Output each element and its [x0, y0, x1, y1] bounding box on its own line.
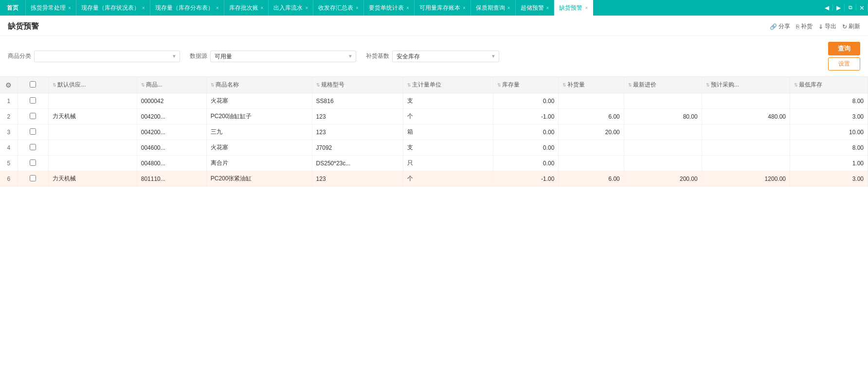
table-row[interactable]: 2力天机械004200...PC200油缸缸子123个-1.006.0080.0… [0, 109, 868, 124]
cell-name: PC200油缸缸子 [206, 109, 312, 124]
tab-restore-button[interactable]: ⧉ [845, 4, 856, 11]
row-checkbox[interactable] [30, 113, 36, 119]
table-row[interactable]: 3004200...三九123箱0.0020.0010.00 [0, 124, 868, 140]
tab-prev-button[interactable]: ◀ [821, 4, 833, 11]
main-area: 缺货预警 🔗 分享 ⎘ 补货 ⇓ 导出 ↻ 刷新 商品分类 [0, 16, 868, 387]
tab-close-exception[interactable]: × [68, 5, 71, 11]
table-row[interactable]: 6力天机械801110...PC200张紧油缸123个-1.006.00200.… [0, 171, 868, 187]
row-num: 6 [0, 171, 18, 187]
tab-batch-account[interactable]: 库存批次账× [224, 0, 269, 16]
tab-close-overstock[interactable]: × [546, 5, 549, 11]
replenish-base-select[interactable]: 安全库存 [392, 51, 499, 62]
table-row[interactable]: 10000042火花塞SS816支0.008.00 [0, 93, 868, 109]
tab-exception[interactable]: 拣货异常处理× [26, 0, 76, 16]
sort-icon-min_stock: ⇅ [794, 83, 798, 88]
th-unit[interactable]: ⇅主计量单位 [403, 77, 493, 93]
cell-code: 801110... [137, 171, 206, 187]
th-replenish[interactable]: ⇅补货量 [559, 77, 624, 93]
tab-close-collect-summary[interactable]: × [356, 5, 359, 11]
tab-close-inventory-dist[interactable]: × [216, 5, 219, 11]
row-checkbox-cell[interactable] [18, 124, 49, 140]
cell-stock: 0.00 [493, 124, 559, 140]
tab-close-batch-account[interactable]: × [261, 5, 264, 11]
row-checkbox[interactable] [30, 128, 36, 135]
row-checkbox[interactable] [30, 159, 36, 166]
settings-button[interactable]: 设置 [828, 57, 860, 70]
row-checkbox-cell[interactable] [18, 93, 49, 109]
refresh-action[interactable]: ↻ 刷新 [842, 22, 860, 31]
table-body: 10000042火花塞SS816支0.008.002力天机械004200...P… [0, 93, 868, 187]
row-checkbox[interactable] [30, 175, 36, 181]
tab-close-available-ledger[interactable]: × [463, 5, 466, 11]
datasource-label: 数据源 [190, 52, 207, 60]
th-latest_price[interactable]: ⇅最新进价 [624, 77, 702, 93]
tab-inventory-status[interactable]: 现存量（库存状况表）× [76, 0, 150, 16]
gear-icon[interactable]: ⚙ [5, 81, 12, 89]
row-num: 4 [0, 140, 18, 156]
th-est_purchase[interactable]: ⇅预计采购... [702, 77, 790, 93]
cell-min_stock: 1.00 [790, 156, 868, 171]
row-checkbox[interactable] [30, 144, 36, 150]
th-code[interactable]: ⇅商品... [137, 77, 206, 93]
tab-overstock[interactable]: 超储预警× [516, 0, 555, 16]
tab-close-order-stats[interactable]: × [406, 5, 409, 11]
tab-inout-flow[interactable]: 出入库流水× [269, 0, 313, 16]
export-action[interactable]: ⇓ 导出 [818, 22, 836, 31]
th-name[interactable]: ⇅商品名称 [206, 77, 312, 93]
cell-latest_price [624, 124, 702, 140]
cell-stock: 0.00 [493, 93, 559, 109]
sort-icon-replenish: ⇅ [562, 83, 566, 88]
tab-collect-summary[interactable]: 收发存汇总表× [313, 0, 364, 16]
row-checkbox-cell[interactable] [18, 156, 49, 171]
cell-latest_price [624, 156, 702, 171]
row-checkbox-cell[interactable] [18, 109, 49, 124]
cell-spec: 123 [312, 124, 403, 140]
table-row[interactable]: 5004800...离合片DS250*23c...只0.001.00 [0, 156, 868, 171]
row-checkbox[interactable] [30, 97, 36, 104]
tab-next-button[interactable]: ▶ [833, 4, 845, 11]
tab-inventory-dist[interactable]: 现存量（库存分布表）× [150, 0, 224, 16]
table-header-row: ⚙⇅默认供应...⇅商品...⇅商品名称⇅规格型号⇅主计量单位⇅库存量⇅补货量⇅… [0, 77, 868, 93]
cell-name: 火花塞 [206, 93, 312, 109]
cell-est_purchase: 1200.00 [702, 171, 790, 187]
cell-min_stock: 3.00 [790, 171, 868, 187]
tab-order-stats[interactable]: 要货单统计表× [364, 0, 415, 16]
tab-shortage[interactable]: 缺货预警× [554, 0, 593, 16]
tab-available-ledger[interactable]: 可用量库存账本× [415, 0, 471, 16]
tab-close-inout-flow[interactable]: × [305, 5, 308, 11]
row-checkbox-cell[interactable] [18, 171, 49, 187]
cell-est_purchase [702, 93, 790, 109]
datasource-select[interactable]: 可用量 [210, 51, 356, 62]
page-header: 缺货预警 🔗 分享 ⎘ 补货 ⇓ 导出 ↻ 刷新 [0, 16, 868, 36]
cell-code: 004200... [137, 109, 206, 124]
replenish-action[interactable]: ⎘ 补货 [796, 22, 813, 31]
tab-close-expiry[interactable]: × [507, 5, 510, 11]
sort-icon-latest_price: ⇅ [628, 83, 632, 88]
tab-close-inventory-status[interactable]: × [142, 5, 145, 11]
cell-spec: 123 [312, 171, 403, 187]
cell-code: 004200... [137, 124, 206, 140]
cell-name: PC200张紧油缸 [206, 171, 312, 187]
replenish-base-label: 补货基数 [366, 52, 389, 60]
cell-est_purchase: 480.00 [702, 109, 790, 124]
select-all-checkbox[interactable] [30, 81, 36, 88]
tab-expiry[interactable]: 保质期查询× [471, 0, 516, 16]
query-button[interactable]: 查询 [828, 42, 860, 55]
table-row[interactable]: 4004600...火花塞J7092支0.008.00 [0, 140, 868, 156]
row-checkbox-cell[interactable] [18, 140, 49, 156]
th-stock[interactable]: ⇅库存量 [493, 77, 559, 93]
category-select-wrap: ▼ [34, 51, 180, 62]
cell-supplier [49, 156, 137, 171]
tab-close-shortage[interactable]: × [585, 5, 588, 11]
th-supplier[interactable]: ⇅默认供应... [49, 77, 137, 93]
tab-home[interactable]: 首页 [0, 0, 26, 16]
th-spec[interactable]: ⇅规格型号 [312, 77, 403, 93]
th-min_stock[interactable]: ⇅最低库存 [790, 77, 868, 93]
category-select[interactable] [34, 51, 180, 62]
share-action[interactable]: 🔗 分享 [770, 22, 790, 31]
cell-est_purchase [702, 124, 790, 140]
tab-close-button[interactable]: ✕ [856, 4, 868, 12]
sort-icon-name: ⇅ [211, 83, 215, 88]
cell-replenish [559, 140, 624, 156]
refresh-label: 刷新 [849, 22, 860, 31]
